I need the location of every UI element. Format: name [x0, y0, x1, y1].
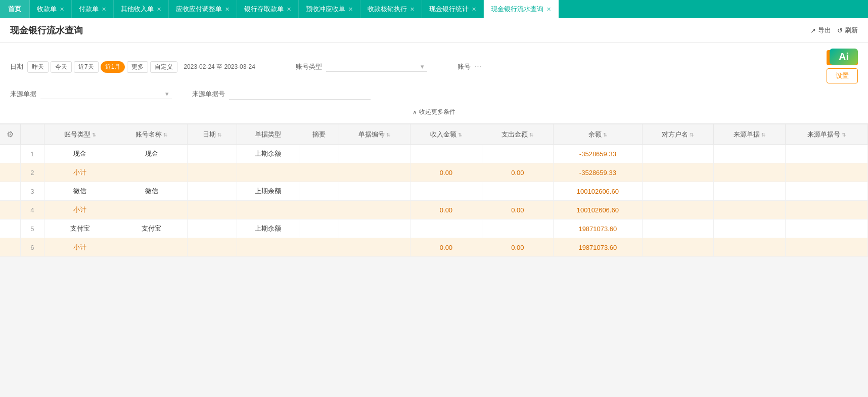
column-header-balance[interactable]: 余额⇅	[554, 124, 642, 145]
column-header-source_doc[interactable]: 来源单据⇅	[714, 124, 785, 145]
row-number: 2	[20, 163, 44, 182]
row-counterparty	[642, 145, 713, 163]
sort-icon: ⇅	[842, 132, 846, 138]
row-settings	[0, 163, 20, 182]
row-income	[410, 182, 482, 201]
date-option-button[interactable]: 自定义	[150, 61, 177, 73]
row-settings	[0, 238, 20, 257]
col-label: 账号名称	[135, 130, 162, 138]
row-expense: 0.00	[482, 163, 553, 182]
row-date	[187, 163, 237, 182]
row-doc-type: 上期余额	[237, 145, 299, 163]
source-doc-num-label: 来源单据号	[192, 90, 225, 99]
sort-icon: ⇅	[163, 132, 167, 138]
column-header-counterparty[interactable]: 对方户名⇅	[642, 124, 713, 145]
nav-tab[interactable]: 现金银行统计✕	[422, 0, 484, 18]
row-doc-type: 上期余额	[237, 219, 299, 238]
row-doc-no	[339, 163, 410, 182]
column-header-account_name[interactable]: 账号名称⇅	[116, 124, 187, 145]
date-option-button[interactable]: 近7天	[74, 61, 99, 73]
tab-label: 银行存取款单	[244, 5, 284, 14]
source-doc-num-input[interactable]	[229, 89, 371, 100]
collapse-bar[interactable]: ∧ 收起更多条件	[10, 105, 858, 118]
col-label: 日期	[203, 130, 216, 138]
nav-home[interactable]: 首页	[0, 0, 30, 18]
tab-close-icon[interactable]: ✕	[102, 6, 106, 13]
row-source-doc	[714, 219, 785, 238]
col-label: 来源单据号	[807, 130, 840, 138]
nav-tab[interactable]: 其他收入单✕	[114, 0, 169, 18]
row-number: 5	[20, 219, 44, 238]
table-row: 5支付宝支付宝上期余额19871073.60	[0, 219, 868, 238]
settings-button[interactable]: 设置	[827, 68, 858, 83]
account-dots[interactable]: ···	[475, 62, 481, 71]
date-filter-group: 日期 昨天今天近7天近1月更多自定义 2023-02-24 至 2023-03-…	[10, 61, 255, 73]
date-option-button[interactable]: 近1月	[101, 61, 125, 73]
row-balance: 19871073.60	[554, 238, 642, 257]
date-option-button[interactable]: 今天	[51, 61, 72, 73]
date-label: 日期	[10, 62, 23, 71]
source-doc-select[interactable]: ▾	[40, 89, 172, 99]
table-row: 4小计0.000.00100102606.60	[0, 201, 868, 219]
tab-close-icon[interactable]: ✕	[472, 6, 476, 13]
column-header-source_doc_no[interactable]: 来源单据号⇅	[785, 124, 867, 145]
nav-tab[interactable]: 预收冲应收单✕	[299, 0, 360, 18]
tab-close-icon[interactable]: ✕	[287, 6, 291, 13]
row-settings	[0, 201, 20, 219]
nav-tab[interactable]: 银行存取款单✕	[237, 0, 299, 18]
row-summary	[299, 219, 339, 238]
column-header-doc_type: 单据类型	[237, 124, 299, 145]
tab-label: 其他收入单	[121, 5, 154, 14]
row-counterparty	[642, 219, 713, 238]
row-settings	[0, 219, 20, 238]
column-header-date[interactable]: 日期⇅	[187, 124, 237, 145]
ai-badge[interactable]: Ai	[830, 49, 858, 65]
row-source-doc	[714, 145, 785, 163]
settings-icon[interactable]: ⚙	[7, 130, 14, 139]
row-source-doc-no	[785, 182, 867, 201]
tab-close-icon[interactable]: ✕	[348, 6, 353, 13]
tab-close-icon[interactable]: ✕	[157, 6, 161, 13]
refresh-button[interactable]: ↺ 刷新	[837, 26, 858, 35]
row-date	[187, 219, 237, 238]
row-summary	[299, 163, 339, 182]
column-header-income[interactable]: 收入金额⇅	[410, 124, 482, 145]
account-filter: 账号 ···	[458, 62, 481, 71]
col-label: 来源单据	[734, 130, 760, 138]
tab-label: 预收冲应收单	[306, 5, 345, 14]
column-header-doc_no[interactable]: 单据编号⇅	[339, 124, 410, 145]
row-expense: 0.00	[482, 238, 553, 257]
column-header-summary: 摘要	[299, 124, 339, 145]
row-account-name	[116, 201, 187, 219]
source-doc-label: 来源单据	[10, 90, 36, 99]
row-balance: 100102606.60	[554, 182, 642, 201]
row-account-name: 支付宝	[116, 219, 187, 238]
row-settings	[0, 145, 20, 163]
refresh-label: 刷新	[845, 26, 858, 35]
nav-home-label: 首页	[8, 5, 21, 14]
account-type-select[interactable]: ▾	[326, 62, 427, 72]
row-doc-no	[339, 145, 410, 163]
export-button[interactable]: ↗ 导出	[810, 26, 831, 35]
table-row: 6小计0.000.0019871073.60	[0, 238, 868, 257]
tab-close-icon[interactable]: ✕	[60, 6, 64, 13]
export-label: 导出	[818, 26, 831, 35]
row-source-doc	[714, 238, 785, 257]
nav-tab[interactable]: 收款单✕	[30, 0, 72, 18]
sort-icon: ⇅	[92, 132, 96, 138]
top-nav: 首页 收款单✕付款单✕其他收入单✕应收应付调整单✕银行存取款单✕预收冲应收单✕收…	[0, 0, 868, 18]
nav-tab[interactable]: 付款单✕	[72, 0, 114, 18]
account-type-filter: 账号类型 ▾	[296, 62, 427, 72]
date-option-button[interactable]: 更多	[127, 61, 148, 73]
nav-tab[interactable]: 应收应付调整单✕	[169, 0, 237, 18]
nav-tab[interactable]: 收款核销执行✕	[360, 0, 422, 18]
tab-close-icon[interactable]: ✕	[225, 6, 230, 13]
column-header-account_type[interactable]: 账号类型⇅	[44, 124, 116, 145]
tab-close-icon[interactable]: ✕	[546, 6, 551, 13]
date-option-button[interactable]: 昨天	[27, 61, 49, 73]
account-label: 账号	[458, 62, 471, 71]
nav-tab[interactable]: 现金银行流水查询✕	[484, 0, 559, 18]
tab-close-icon[interactable]: ✕	[410, 6, 415, 13]
source-doc-num-filter: 来源单据号	[192, 89, 371, 100]
column-header-expense[interactable]: 支出金额⇅	[482, 124, 553, 145]
